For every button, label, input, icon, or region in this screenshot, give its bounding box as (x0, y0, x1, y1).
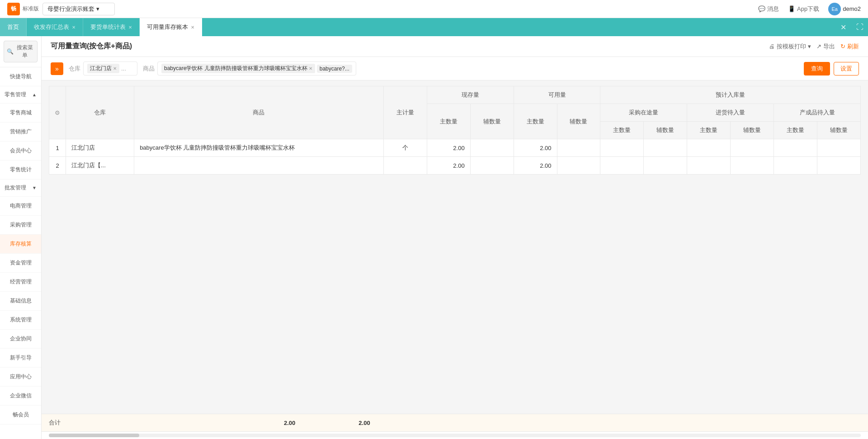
print-template-btn[interactable]: 🖨 按模板打印 ▾ (769, 42, 811, 51)
close-all-tabs[interactable]: ✕ (835, 18, 852, 36)
page-title: 可用量查询(按仓库+商品) (51, 42, 132, 51)
scroll-bar-area (42, 431, 868, 439)
search-menu-button[interactable]: 🔍 搜索菜单 (4, 41, 38, 62)
filter-expand-btn[interactable]: » (51, 62, 63, 75)
row-avail-main: 2.00 (514, 139, 557, 157)
total-stock-main: 2.00 (284, 420, 295, 426)
enterprise-selector[interactable]: 母婴行业演示账套 ▾ (42, 3, 115, 15)
sidebar-item-new-guide[interactable]: 新手引导 (0, 349, 41, 368)
row-arrival-main (687, 139, 731, 157)
tab-order-stats[interactable]: 要货单统计表 ✕ (83, 18, 140, 36)
message-action[interactable]: 💬 消息 (758, 5, 779, 13)
user-area[interactable]: Ea demo2 (828, 3, 861, 15)
tab-available-stock-close[interactable]: ✕ (191, 25, 194, 30)
warehouse-tag: 江北门店 ✕ (87, 64, 119, 73)
sidebar-item-app-center[interactable]: 应用中心 (0, 368, 41, 387)
sidebar-item-quick-nav[interactable]: 快捷导航 (0, 67, 41, 86)
finance-mgmt-label: 资金管理 (10, 260, 32, 266)
retail-mall-label: 零售商城 (10, 109, 32, 116)
top-bar-left: 畅 标准版 母婴行业演示账套 ▾ (7, 3, 115, 15)
tab-home[interactable]: 首页 (0, 18, 27, 36)
total-row-inner: 合计 2.00 2.00 (49, 419, 861, 427)
col-stock-aux-qty: 辅数量 (470, 104, 514, 139)
total-avail-main: 2.00 (359, 420, 370, 426)
retail-stats-label: 零售统计 (10, 166, 32, 173)
sidebar-item-retail-mall[interactable]: 零售商城 (0, 104, 41, 123)
setting-button[interactable]: 设置 (834, 62, 859, 76)
col-pending-arrival-header: 进货待入量 (687, 104, 774, 122)
goods-tag-1-remove[interactable]: ✕ (309, 66, 312, 71)
row-no: 2 (49, 157, 66, 175)
top-bar: 畅 标准版 母婴行业演示账套 ▾ 💬 消息 📱 App下载 Ea demo2 (0, 0, 868, 18)
sidebar-item-operations-mgmt[interactable]: 经营管理 (0, 273, 41, 292)
inventory-check-label: 库存核算 (10, 241, 32, 247)
scroll-bar-thumb[interactable] (49, 434, 139, 437)
tab-receive-summary-close[interactable]: ✕ (72, 25, 75, 30)
warehouse-more[interactable]: ... (121, 65, 126, 72)
sidebar-item-finance-mgmt[interactable]: 资金管理 (0, 254, 41, 273)
tab-receive-summary[interactable]: 收发存汇总表 ✕ (27, 18, 83, 36)
print-icon: 🖨 (769, 43, 775, 50)
purchase-mgmt-label: 采购管理 (10, 222, 32, 228)
system-mgmt-label: 系统管理 (10, 316, 32, 323)
sidebar-item-retail-mgmt[interactable]: 零售管理 ▲ (0, 86, 41, 104)
col-production-main: 主数量 (774, 122, 817, 139)
message-label: 消息 (767, 5, 779, 13)
query-button[interactable]: 查询 (804, 62, 830, 76)
sidebar-item-member-center[interactable]: 会员中心 (0, 142, 41, 160)
sidebar-item-wholesale-mgmt[interactable]: 批发管理 ▼ (0, 179, 41, 197)
table-row: 1 江北门店 babycare学饮杯 儿童防摔防撞吸管杯重力球吸嘴杯宝宝水杯 个… (49, 139, 861, 157)
content-area: 可用量查询(按仓库+商品) 🖨 按模板打印 ▾ ↗ 导出 ↻ 刷新 (42, 36, 868, 439)
col-warehouse-header: 仓库 (66, 86, 134, 139)
app-download-action[interactable]: 📱 App下载 (788, 5, 819, 13)
row-avail-aux (557, 139, 600, 157)
sidebar-item-enterprise-wechat[interactable]: 企业微信 (0, 387, 41, 406)
nav-tabs: 首页 收发存汇总表 ✕ 要货单统计表 ✕ 可用量库存账本 ✕ ✕ ⛶ (0, 18, 868, 36)
row-production-main (774, 139, 817, 157)
goods-tag-2-value: babycare?... (320, 66, 349, 72)
row-goods: babycare学饮杯 儿童防摔防撞吸管杯重力球吸嘴杯宝宝水杯 (134, 139, 384, 157)
col-pending-production-header: 产成品待入量 (774, 104, 861, 122)
tab-available-stock[interactable]: 可用量库存账本 ✕ (140, 18, 202, 36)
col-purchase-aux: 辅数量 (644, 122, 687, 139)
row-arrival-main (687, 157, 731, 175)
sidebar-item-inventory-check[interactable]: 库存核算 (0, 235, 41, 254)
enterprise-wechat-label: 企业微信 (10, 392, 32, 399)
total-label: 合计 (49, 419, 85, 427)
row-purchase-main (600, 157, 644, 175)
sidebar-item-system-mgmt[interactable]: 系统管理 (0, 311, 41, 330)
refresh-label: 刷新 (847, 42, 859, 51)
row-goods (134, 157, 384, 175)
goods-filter-input[interactable]: babycare学饮杯 儿童防摔防撞吸管杯重力球吸嘴杯宝宝水杯 ✕ babyca… (157, 61, 356, 76)
expand-tabs[interactable]: ⛶ (852, 18, 868, 36)
goods-tag-2: babycare?... (317, 65, 352, 73)
tab-receive-summary-label: 收发存汇总表 (34, 23, 69, 31)
row-stock-main: 2.00 (427, 139, 470, 157)
refresh-btn[interactable]: ↻ 刷新 (840, 42, 859, 51)
enterprise-name: 母婴行业演示账套 (47, 5, 94, 13)
sidebar-item-basic-info[interactable]: 基础信息 (0, 292, 41, 311)
row-arrival-aux (731, 139, 774, 157)
sidebar-item-marketing[interactable]: 营销推广 (0, 123, 41, 142)
logo-text: 标准版 (23, 5, 39, 13)
top-bar-right: 💬 消息 📱 App下载 Ea demo2 (758, 3, 861, 15)
column-settings-icon[interactable]: ⚙ (55, 109, 60, 116)
wholesale-mgmt-arrow: ▼ (32, 185, 37, 190)
sidebar-item-ecommerce-mgmt[interactable]: 电商管理 (0, 197, 41, 216)
message-icon: 💬 (758, 5, 765, 12)
total-row: 合计 2.00 2.00 (42, 414, 868, 431)
row-purchase-main (600, 139, 644, 157)
search-menu-label: 搜索菜单 (15, 44, 34, 59)
row-unit (383, 157, 427, 175)
goods-filter-label: 商品 (143, 65, 155, 73)
warehouse-filter-input[interactable]: 江北门店 ✕ ... (83, 61, 137, 76)
warehouse-tag-remove[interactable]: ✕ (113, 66, 117, 71)
sidebar-item-member-plus[interactable]: 畅会员 (0, 406, 41, 425)
tab-order-stats-close[interactable]: ✕ (128, 25, 132, 30)
export-btn[interactable]: ↗ 导出 (816, 42, 835, 51)
col-unit-header: 主计量 (383, 86, 427, 139)
sidebar-item-enterprise-collab[interactable]: 企业协同 (0, 330, 41, 349)
wholesale-mgmt-label: 批发管理 (5, 184, 26, 192)
sidebar-item-retail-stats[interactable]: 零售统计 (0, 160, 41, 179)
sidebar-item-purchase-mgmt[interactable]: 采购管理 (0, 216, 41, 235)
